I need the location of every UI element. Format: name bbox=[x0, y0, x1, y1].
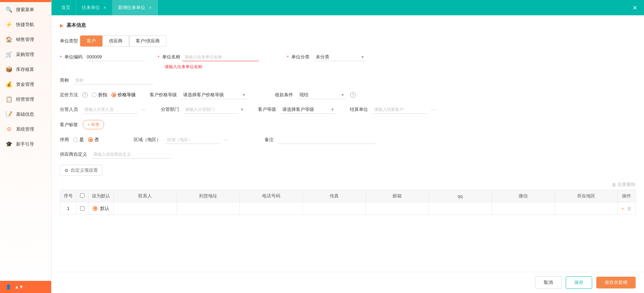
section-header: ▶ 基本信息 bbox=[60, 22, 636, 29]
unit-type-customer-btn[interactable]: 客户 bbox=[80, 35, 102, 47]
radio-price-level-dot bbox=[113, 94, 115, 96]
remark-label: 备注 bbox=[265, 137, 274, 143]
email-input[interactable] bbox=[369, 204, 425, 212]
unit-name-input[interactable] bbox=[182, 53, 259, 61]
sidebar-item-label: 快捷导航 bbox=[16, 22, 34, 28]
row-region-input[interactable] bbox=[558, 204, 614, 212]
short-name-field: 简称 bbox=[60, 76, 153, 84]
sidebar-user-area[interactable]: 👤 ▲▼ bbox=[0, 281, 51, 293]
department-input[interactable] bbox=[183, 105, 239, 114]
fax-input[interactable] bbox=[306, 204, 362, 212]
unit-type-group: 客户 供应商 客户/供应商 bbox=[80, 35, 166, 47]
unit-type-both-btn[interactable]: 客户/供应商 bbox=[129, 35, 166, 47]
sidebar-item-sales[interactable]: 🏠 销售管理 bbox=[0, 32, 51, 47]
payment-terms-help[interactable]: ? bbox=[350, 92, 356, 98]
radio-price-level[interactable]: 价格等级 bbox=[111, 92, 136, 98]
pricing-method-help[interactable]: ? bbox=[82, 92, 88, 98]
sidebar-item-label: 库存核算 bbox=[16, 66, 34, 73]
short-name-input[interactable] bbox=[73, 76, 153, 84]
customer-price-level-select[interactable]: 请选择客户价格等级 bbox=[181, 91, 247, 99]
wechat-input[interactable] bbox=[495, 204, 551, 212]
unit-category-field: * 单位分类 未分类 ▼ bbox=[287, 53, 366, 61]
unit-category-select[interactable]: 未分类 bbox=[314, 53, 366, 61]
section-icon: ▶ bbox=[60, 23, 64, 28]
global-close-btn[interactable]: ✕ bbox=[630, 3, 640, 13]
region-input[interactable] bbox=[165, 136, 221, 144]
customer-level-select[interactable]: 请选择客户等级 bbox=[280, 105, 336, 114]
supplier-custom-input[interactable] bbox=[91, 150, 171, 158]
sidebar-item-quick-nav[interactable]: ⚡ 快捷导航 bbox=[0, 17, 51, 32]
sidebar-item-operations[interactable]: 📋 经营管理 bbox=[0, 92, 51, 107]
radio-disabled-no[interactable]: 否 bbox=[88, 137, 99, 143]
settlement-unit-input[interactable] bbox=[372, 105, 428, 114]
payment-terms-field: 收款条件 现结 ▼ ? bbox=[275, 91, 356, 99]
custom-settings-label: 自定义项设置 bbox=[71, 167, 98, 173]
manager-input[interactable] bbox=[82, 105, 138, 114]
radio-disabled-yes[interactable]: 是 bbox=[73, 137, 84, 143]
cell-region bbox=[555, 202, 618, 215]
radio-price-level-circle bbox=[111, 92, 116, 97]
tab-trade-units-close[interactable]: ✕ bbox=[103, 6, 107, 10]
address-input[interactable] bbox=[180, 204, 236, 212]
batch-delete-label[interactable]: 批量删除 bbox=[618, 181, 636, 188]
row-default-dot bbox=[94, 207, 96, 210]
settlement-unit-label: 结算单位 bbox=[350, 106, 368, 113]
payment-terms-select[interactable]: 现结 bbox=[297, 91, 346, 99]
add-tag-icon: + bbox=[87, 122, 90, 127]
manager-field: 分管人员 ··· bbox=[60, 105, 147, 114]
row-default-circle bbox=[93, 206, 97, 211]
save-and-new-button[interactable]: 保存并新增 bbox=[596, 277, 636, 288]
batch-delete-area: 🗑 批量删除 bbox=[60, 181, 636, 188]
col-fax: 传真 bbox=[303, 190, 366, 202]
radio-discount-label: 折扣 bbox=[98, 92, 107, 98]
cancel-button[interactable]: 取消 bbox=[535, 276, 561, 289]
sidebar-item-label: 基础信息 bbox=[16, 111, 34, 117]
pricing-method-label: 定价方法 bbox=[60, 92, 78, 98]
tab-new-trade-unit-close[interactable]: ✕ bbox=[149, 6, 152, 10]
sidebar-item-finance[interactable]: 💰 资金管理 bbox=[0, 77, 51, 92]
unit-type-supplier-btn[interactable]: 供应商 bbox=[102, 35, 129, 47]
cell-default: 默认 bbox=[88, 202, 114, 215]
row-delete-btn[interactable]: 🗑 bbox=[627, 206, 632, 211]
save-button[interactable]: 保存 bbox=[566, 276, 592, 289]
row-default-radio[interactable]: 默认 bbox=[92, 205, 110, 212]
row-add-btn[interactable]: + bbox=[621, 206, 624, 211]
radio-discount[interactable]: 折扣 bbox=[92, 92, 107, 98]
payment-terms-label: 收款条件 bbox=[275, 92, 293, 98]
sidebar-item-label: 销售管理 bbox=[16, 36, 34, 43]
sidebar-item-basic-info[interactable]: 📝 基础信息 bbox=[0, 107, 51, 122]
department-field: 分管部门 ▼ bbox=[161, 105, 244, 114]
region-more-btn[interactable]: ··· bbox=[223, 137, 230, 143]
unit-name-label: 单位名称 bbox=[162, 54, 180, 60]
supplier-custom-field: 供应商自定义 bbox=[60, 150, 171, 158]
sidebar-item-purchase[interactable]: 🛒 采购管理 bbox=[0, 47, 51, 62]
qq-input[interactable] bbox=[432, 204, 488, 212]
tab-new-trade-unit-label: 新增往来单位 bbox=[118, 5, 145, 11]
tab-new-trade-unit[interactable]: 新增往来单位 ✕ bbox=[112, 0, 158, 15]
tab-trade-units[interactable]: 往来单位 ✕ bbox=[76, 0, 112, 15]
sidebar-item-beginner[interactable]: 🎓 新手引导 bbox=[0, 137, 51, 152]
tab-home[interactable]: 首页 bbox=[56, 0, 76, 15]
col-checkbox bbox=[77, 190, 88, 202]
phone-input[interactable] bbox=[243, 204, 299, 212]
sidebar-item-system[interactable]: ⚙ 系统管理 bbox=[0, 122, 51, 137]
manager-more-btn[interactable]: ··· bbox=[140, 107, 147, 112]
col-qq: qq bbox=[429, 190, 492, 202]
pricing-method-radios: 折扣 价格等级 bbox=[92, 92, 136, 98]
add-tag-btn[interactable]: + 标签 bbox=[83, 120, 104, 129]
col-seq: 序号 bbox=[60, 190, 77, 202]
user-label: ▲▼ bbox=[15, 284, 24, 290]
sidebar-item-label: 采购管理 bbox=[16, 51, 34, 58]
contact-input[interactable] bbox=[117, 204, 173, 212]
col-actions: 操作 bbox=[618, 190, 635, 202]
sidebar-item-inventory[interactable]: 📦 库存核算 bbox=[0, 62, 51, 77]
row-checkbox[interactable] bbox=[80, 206, 85, 211]
unit-code-input[interactable] bbox=[85, 53, 144, 61]
sidebar-item-search-menu[interactable]: 🔍 搜索菜单 bbox=[0, 2, 51, 17]
select-all-checkbox[interactable] bbox=[80, 193, 85, 198]
custom-settings-btn[interactable]: ⚙ 自定义项设置 bbox=[60, 165, 102, 176]
remark-input[interactable] bbox=[278, 136, 375, 144]
customer-level-field: 客户等级 请选择客户等级 ▼ bbox=[258, 105, 336, 114]
settlement-unit-more-btn[interactable]: ··· bbox=[430, 107, 437, 112]
col-default: 设为默认 bbox=[88, 190, 114, 202]
